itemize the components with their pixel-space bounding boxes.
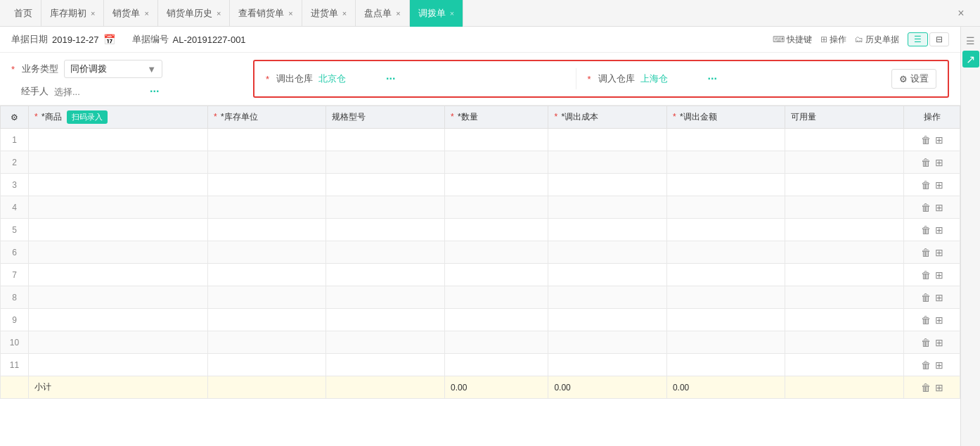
delete-icon[interactable]: 🗑 [921, 292, 931, 303]
cell-cost[interactable] [548, 241, 667, 264]
copy-icon[interactable]: ⊞ [935, 359, 943, 371]
cell-amount[interactable] [666, 219, 785, 241]
scan-input-button[interactable]: 扫码录入 [67, 110, 108, 124]
th-gear[interactable]: ⚙ [1, 106, 29, 129]
cell-product[interactable] [29, 241, 208, 264]
table-scroll-area[interactable]: ⚙ * *商品 扫码录入 * *库存单位 规格型号 * *数量 [0, 106, 960, 446]
cell-spec[interactable] [326, 286, 445, 309]
cell-cost[interactable] [548, 264, 667, 286]
tab-purchase-close[interactable]: × [342, 9, 347, 18]
copy-icon[interactable]: ⊞ [935, 179, 943, 191]
cell-unit[interactable] [207, 219, 326, 241]
delete-icon[interactable]: 🗑 [921, 157, 931, 168]
tab-home[interactable]: 首页 [6, 0, 41, 27]
subtotal-delete-icon[interactable]: 🗑 [921, 382, 931, 393]
cell-available[interactable] [785, 129, 904, 151]
cell-spec[interactable] [326, 309, 445, 331]
cell-amount[interactable] [666, 309, 785, 331]
window-close-button[interactable]: × [948, 0, 974, 27]
cell-cost[interactable] [548, 331, 667, 354]
view-mode-list[interactable]: ☰ [908, 32, 928, 46]
cell-qty[interactable] [444, 286, 548, 309]
cell-unit[interactable] [207, 286, 326, 309]
cell-product[interactable] [29, 219, 208, 241]
sidebar-list-icon[interactable]: ☰ [962, 32, 979, 49]
cell-spec[interactable] [326, 331, 445, 354]
cell-spec[interactable] [326, 196, 445, 219]
cell-product[interactable] [29, 286, 208, 309]
cell-available[interactable] [785, 331, 904, 354]
cell-cost[interactable] [548, 174, 667, 196]
shortcuts-button[interactable]: ⌨ 快捷键 [773, 34, 812, 46]
copy-icon[interactable]: ⊞ [935, 157, 943, 168]
cell-spec[interactable] [326, 241, 445, 264]
tab-sales-history-close[interactable]: × [217, 9, 221, 18]
cell-available[interactable] [785, 264, 904, 286]
calendar-icon[interactable]: 📅 [103, 34, 115, 45]
cell-unit[interactable] [207, 354, 326, 376]
cell-spec[interactable] [326, 264, 445, 286]
cell-qty[interactable] [444, 354, 548, 376]
cell-qty[interactable] [444, 241, 548, 264]
cell-qty[interactable] [444, 174, 548, 196]
warehouse-out-more[interactable]: ··· [386, 72, 395, 85]
tab-inventory-open-close[interactable]: × [91, 9, 95, 18]
cell-unit[interactable] [207, 174, 326, 196]
tab-transfer-close[interactable]: × [450, 9, 454, 18]
copy-icon[interactable]: ⊞ [935, 269, 943, 281]
copy-icon[interactable]: ⊞ [935, 224, 943, 236]
cell-product[interactable] [29, 129, 208, 151]
tab-sales-order-close[interactable]: × [144, 9, 148, 18]
cell-cost[interactable] [548, 286, 667, 309]
cell-qty[interactable] [444, 219, 548, 241]
cell-product[interactable] [29, 331, 208, 354]
cell-unit[interactable] [207, 129, 326, 151]
cell-amount[interactable] [666, 331, 785, 354]
cell-amount[interactable] [666, 354, 785, 376]
tab-transfer[interactable]: 调拨单 × [410, 0, 463, 27]
business-type-select[interactable]: 同价调拨 ▼ [64, 60, 162, 78]
cell-qty[interactable] [444, 331, 548, 354]
tab-view-sales[interactable]: 查看销货单 × [230, 0, 302, 27]
cell-spec[interactable] [326, 129, 445, 151]
delete-icon[interactable]: 🗑 [921, 179, 931, 191]
cell-unit[interactable] [207, 331, 326, 354]
cell-cost[interactable] [548, 354, 667, 376]
cell-amount[interactable] [666, 264, 785, 286]
cell-qty[interactable] [444, 151, 548, 174]
cell-available[interactable] [785, 219, 904, 241]
copy-icon[interactable]: ⊞ [935, 314, 943, 326]
cell-amount[interactable] [666, 196, 785, 219]
cell-product[interactable] [29, 309, 208, 331]
cell-amount[interactable] [666, 174, 785, 196]
tab-view-sales-close[interactable]: × [288, 9, 292, 18]
delete-icon[interactable]: 🗑 [921, 134, 931, 146]
cell-qty[interactable] [444, 129, 548, 151]
cell-available[interactable] [785, 241, 904, 264]
copy-icon[interactable]: ⊞ [935, 202, 943, 213]
tab-stocktake-close[interactable]: × [396, 9, 400, 18]
cell-spec[interactable] [326, 151, 445, 174]
cell-amount[interactable] [666, 151, 785, 174]
cell-unit[interactable] [207, 309, 326, 331]
cell-spec[interactable] [326, 219, 445, 241]
cell-product[interactable] [29, 264, 208, 286]
copy-icon[interactable]: ⊞ [935, 247, 943, 258]
delete-icon[interactable]: 🗑 [921, 224, 931, 236]
cell-amount[interactable] [666, 129, 785, 151]
operations-button[interactable]: ⊞ 操作 [820, 34, 846, 46]
cell-amount[interactable] [666, 286, 785, 309]
cell-available[interactable] [785, 196, 904, 219]
cell-unit[interactable] [207, 241, 326, 264]
cell-cost[interactable] [548, 129, 667, 151]
tab-inventory-open[interactable]: 库存期初 × [41, 0, 104, 27]
cell-product[interactable] [29, 196, 208, 219]
tab-sales-order[interactable]: 销货单 × [104, 0, 157, 27]
sidebar-export-icon[interactable]: ↗ [962, 51, 979, 68]
delete-icon[interactable]: 🗑 [921, 359, 931, 371]
view-mode-grid[interactable]: ⊟ [929, 32, 949, 46]
cell-available[interactable] [785, 354, 904, 376]
cell-spec[interactable] [326, 354, 445, 376]
tab-stocktake[interactable]: 盘点单 × [356, 0, 409, 27]
delete-icon[interactable]: 🗑 [921, 269, 931, 281]
